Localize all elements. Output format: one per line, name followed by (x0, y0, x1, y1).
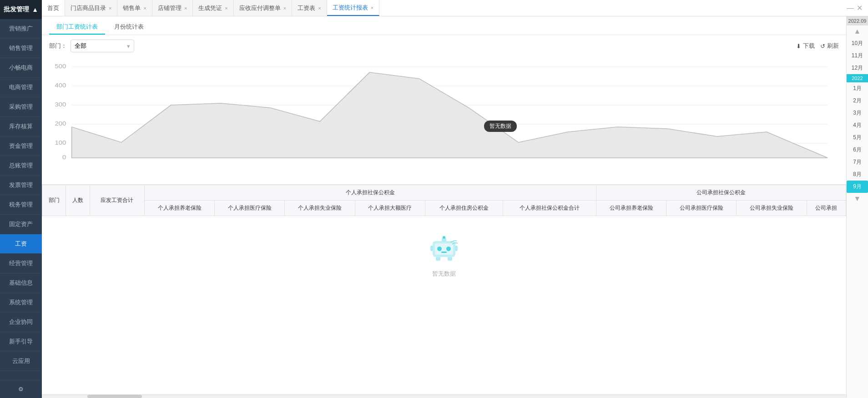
date-nav-down[interactable]: ▼ (847, 193, 868, 205)
sidebar-item-库存核算[interactable]: 库存核算 (0, 117, 42, 136)
sub-tab-部门工资统计表[interactable]: 部门工资统计表 (49, 20, 105, 35)
date-nav-up[interactable]: ▲ (847, 25, 868, 37)
tab-门店商品目录[interactable]: 门店商品目录× (65, 0, 117, 16)
date-item-9月[interactable]: 9月 (847, 181, 868, 193)
sidebar-item-固定资产[interactable]: 固定资产 (0, 215, 42, 234)
sidebar-item-总账管理[interactable]: 总账管理 (0, 156, 42, 176)
col-count: 人数 (66, 185, 90, 216)
toolbar: 部门： 全部 ▾ ⬇ 下载 ↺ 刷新 (42, 35, 846, 57)
toolbar-right: ⬇ 下载 ↺ 刷新 (796, 42, 839, 50)
date-item-6月[interactable]: 6月 (847, 144, 868, 156)
sidebar: 批发管理 ▲ 营销推广销售管理小畅电商电商管理采购管理库存核算资金管理总账管理发… (0, 0, 42, 398)
chart-svg: 500 400 300 200 100 0 (49, 61, 839, 161)
tab-首页[interactable]: 首页 (42, 0, 65, 16)
tab-工资表[interactable]: 工资表× (292, 0, 327, 16)
date-panel-header: 2022.09 (847, 16, 868, 25)
date-item-2022[interactable]: 2022 (847, 74, 868, 82)
sub-tabs: 部门工资统计表月份统计表 (42, 16, 846, 35)
tab-close-all[interactable]: — ✕ (841, 4, 868, 12)
date-item-12月[interactable]: 12月 (847, 62, 868, 74)
empty-state: 暂无数据 (42, 216, 846, 292)
tab-close-icon[interactable]: × (109, 5, 111, 11)
tab-close-icon[interactable]: × (371, 5, 373, 10)
window-close-icon: ✕ (857, 4, 863, 12)
tab-工资统计报表[interactable]: 工资统计报表× (327, 0, 379, 16)
col-p3: 个人承担失业保险 (285, 201, 355, 216)
svg-point-19 (443, 236, 445, 239)
chart-container: 500 400 300 200 100 0 暂 (42, 57, 846, 184)
svg-marker-12 (72, 72, 828, 158)
sidebar-item-企业协同[interactable]: 企业协同 (0, 312, 42, 332)
date-item-1月[interactable]: 1月 (847, 82, 868, 95)
tab-销售单[interactable]: 销售单× (117, 0, 152, 16)
sidebar-item-电商管理[interactable]: 电商管理 (0, 78, 42, 97)
sidebar-item-新手引导[interactable]: 新手引导 (0, 332, 42, 352)
date-item-3月[interactable]: 3月 (847, 107, 868, 119)
svg-rect-17 (441, 252, 447, 253)
sidebar-header[interactable]: 批发管理 ▲ (0, 0, 42, 19)
sidebar-item-销售管理[interactable]: 销售管理 (0, 39, 42, 58)
sidebar-footer[interactable]: ⚙ (0, 380, 42, 398)
svg-rect-23 (448, 257, 452, 261)
tab-应收应付调整单[interactable]: 应收应付调整单× (234, 0, 292, 16)
dept-label: 部门： (49, 42, 67, 50)
date-item-4月[interactable]: 4月 (847, 119, 868, 131)
sidebar-items: 营销推广销售管理小畅电商电商管理采购管理库存核算资金管理总账管理发票管理税务管理… (0, 19, 42, 371)
sidebar-collapse-icon: ▲ (32, 6, 38, 13)
scrollbar-thumb[interactable] (87, 395, 142, 398)
col-p5: 个人承担住房公积金 (425, 201, 503, 216)
refresh-icon: ↺ (820, 43, 825, 50)
sidebar-item-工资[interactable]: 工资 (0, 234, 42, 254)
sidebar-item-小畅电商[interactable]: 小畅电商 (0, 58, 42, 78)
col-c4: 公司承担 (807, 201, 846, 216)
col-group-company: 公司承担社保公积金 (596, 185, 846, 201)
sidebar-item-基础信息[interactable]: 基础信息 (0, 273, 42, 293)
settings-icon: ⚙ (18, 386, 24, 393)
sidebar-title: 批发管理 (4, 5, 29, 14)
date-item-8月[interactable]: 8月 (847, 168, 868, 181)
svg-rect-21 (455, 246, 458, 251)
date-panel: 2022.09▲10月11月12月20221月2月3月4月5月6月7月8月9月▼ (846, 16, 868, 398)
col-p1: 个人承担养老保险 (144, 201, 214, 216)
date-item-10月[interactable]: 10月 (847, 37, 868, 50)
page-content: 部门工资统计表月份统计表 部门： 全部 ▾ ⬇ 下载 ↺ (42, 16, 846, 398)
date-item-2月[interactable]: 2月 (847, 95, 868, 107)
sidebar-item-发票管理[interactable]: 发票管理 (0, 176, 42, 195)
sidebar-item-经营管理[interactable]: 经营管理 (0, 254, 42, 273)
sidebar-item-营销推广[interactable]: 营销推广 (0, 19, 42, 39)
sub-tab-月份统计表[interactable]: 月份统计表 (107, 20, 151, 35)
svg-point-15 (437, 247, 442, 251)
date-item-11月[interactable]: 11月 (847, 50, 868, 62)
col-p2: 个人承担医疗保险 (215, 201, 285, 216)
col-salary: 应发工资合计 (90, 185, 144, 216)
svg-text:400: 400 (55, 82, 66, 88)
tab-close-icon[interactable]: × (318, 5, 321, 11)
sidebar-item-税务管理[interactable]: 税务管理 (0, 195, 42, 215)
sidebar-item-系统管理[interactable]: 系统管理 (0, 293, 42, 312)
refresh-button[interactable]: ↺ 刷新 (820, 42, 839, 50)
content-area: 部门工资统计表月份统计表 部门： 全部 ▾ ⬇ 下载 ↺ (42, 16, 868, 398)
bottom-scrollbar[interactable] (42, 394, 846, 398)
sidebar-item-资金管理[interactable]: 资金管理 (0, 136, 42, 156)
tab-close-icon[interactable]: × (143, 5, 146, 11)
tab-店铺管理[interactable]: 店铺管理× (152, 0, 193, 16)
svg-text:300: 300 (55, 101, 66, 107)
col-group-personal: 个人承担社保公积金 (144, 185, 596, 201)
svg-text:500: 500 (55, 63, 66, 69)
svg-rect-20 (430, 246, 433, 251)
sidebar-item-采购管理[interactable]: 采购管理 (0, 97, 42, 117)
window-minimize-icon: — (847, 4, 854, 12)
tab-生成凭证[interactable]: 生成凭证× (193, 0, 233, 16)
tab-close-icon[interactable]: × (184, 5, 187, 11)
dept-select[interactable]: 全部 ▾ (71, 40, 134, 52)
date-item-5月[interactable]: 5月 (847, 131, 868, 144)
dept-value: 全部 (75, 42, 86, 50)
date-item-7月[interactable]: 7月 (847, 156, 868, 168)
tab-close-icon[interactable]: × (283, 5, 286, 11)
svg-text:100: 100 (55, 140, 66, 146)
sidebar-item-云应用[interactable]: 云应用 (0, 352, 42, 371)
main-area: 首页门店商品目录×销售单×店铺管理×生成凭证×应收应付调整单×工资表×工资统计报… (42, 0, 868, 398)
download-button[interactable]: ⬇ 下载 (796, 42, 815, 50)
table-container[interactable]: 部门 人数 应发工资合计 个人承担社保公积金 公司承担社保公积金 个人承担养老保… (42, 184, 846, 394)
tab-close-icon[interactable]: × (225, 5, 227, 11)
